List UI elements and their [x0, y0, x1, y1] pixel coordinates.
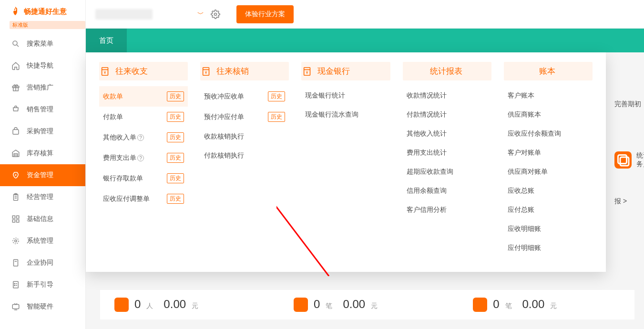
grid-icon	[11, 215, 20, 223]
menu-item-4-2[interactable]: 应收应付余额查询	[504, 124, 593, 143]
nav-item-7[interactable]: 经营管理	[0, 186, 85, 208]
history-tag[interactable]: 历史	[167, 112, 184, 122]
gear-icon[interactable]	[211, 10, 220, 19]
nav-item-3[interactable]: 销售管理	[0, 99, 85, 120]
history-tag[interactable]: 历史	[167, 194, 184, 204]
industry-plan-button[interactable]: 体验行业方案	[236, 5, 294, 23]
tab-bar: 首页	[86, 29, 644, 52]
menu-item-label: 付款情况统计	[407, 110, 447, 119]
menu-item-label: 客户账本	[508, 91, 534, 100]
menu-item-label: 应收应付调整单	[103, 195, 150, 203]
report-icon[interactable]	[614, 151, 632, 169]
svg-text:¥: ¥	[306, 70, 308, 74]
svg-rect-39	[620, 157, 629, 166]
nav-item-2[interactable]: 营销推广	[0, 77, 85, 99]
nav-item-11[interactable]: 新手引导	[0, 274, 85, 296]
menu-item-0-3[interactable]: 费用支出单?历史	[99, 148, 188, 168]
menu-item-0-4[interactable]: 银行存取款单历史	[99, 168, 188, 189]
history-tag[interactable]: 历史	[268, 91, 285, 101]
menu-item-3-4[interactable]: 超期应收款查询	[403, 162, 491, 181]
menu-item-4-8[interactable]: 应付明细账	[504, 239, 593, 258]
nav-item-10[interactable]: 企业协同	[0, 252, 85, 274]
nav-label: 经营管理	[27, 193, 53, 201]
menu-item-4-0[interactable]: 客户账本	[504, 86, 593, 105]
brand-logo-icon	[10, 6, 21, 17]
stat-value: 0	[314, 298, 320, 311]
menu-item-3-3[interactable]: 费用支出统计	[403, 143, 491, 162]
menu-item-label: 应付总账	[508, 206, 534, 214]
mega-col-2: ¥现金银行现金银行统计现金银行流水查询	[301, 62, 390, 258]
menu-item-1-2[interactable]: 收款核销执行	[200, 127, 289, 146]
nav-label: 库存核算	[27, 149, 53, 158]
help-icon[interactable]: ?	[137, 134, 144, 141]
nav-item-9[interactable]: 系统管理	[0, 230, 85, 252]
col-header-0: ¥往来收支	[99, 62, 188, 80]
menu-item-label: 应付明细账	[508, 244, 541, 252]
nav-item-8[interactable]: 基础信息	[0, 208, 85, 230]
menu-item-4-4[interactable]: 供应商对账单	[504, 162, 593, 181]
mega-col-4: 账本客户账本供应商账本应收应付余额查询客户对账单供应商对账单应收总账应付总账应收…	[504, 62, 593, 258]
menu-item-3-0[interactable]: 收款情况统计	[403, 86, 491, 105]
tab-0[interactable]: 首页	[86, 29, 127, 52]
svg-point-18	[13, 238, 19, 244]
clip-text-2: 统计表 务员)	[611, 142, 644, 178]
col-title: 账本	[539, 66, 555, 77]
menu-item-4-6[interactable]: 应付总账	[504, 200, 593, 219]
svg-rect-40	[618, 155, 627, 164]
col-title: 往来核销	[216, 66, 249, 77]
history-tag[interactable]: 历史	[167, 91, 184, 101]
svg-rect-22	[13, 281, 19, 288]
menu-item-3-5[interactable]: 信用余额查询	[403, 181, 491, 200]
warehouse-icon	[11, 149, 20, 158]
clipboard-icon	[11, 193, 20, 201]
menu-item-4-5[interactable]: 应收总账	[504, 181, 593, 200]
menu-item-label: 供应商账本	[508, 110, 541, 119]
menu-item-3-1[interactable]: 付款情况统计	[403, 105, 491, 124]
history-tag[interactable]: 历史	[268, 112, 285, 122]
stat-value2: 0.00	[522, 298, 545, 311]
menu-item-0-1[interactable]: 付款单历史	[99, 107, 188, 127]
menu-item-label: 银行存取款单	[103, 174, 143, 183]
svg-rect-6	[13, 130, 19, 134]
menu-item-1-0[interactable]: 预收冲应收单历史	[200, 86, 289, 107]
menu-item-0-5[interactable]: 应收应付调整单历史	[99, 189, 188, 209]
history-tag[interactable]: 历史	[167, 153, 184, 163]
history-tag[interactable]: 历史	[167, 132, 184, 142]
edition-badge: 标准版	[10, 21, 85, 29]
nav-item-4[interactable]: 采购管理	[0, 120, 85, 142]
clip-text-1: 完善期初	[611, 90, 644, 118]
stat-icon	[294, 298, 308, 312]
menu-item-label: 其他收入统计	[407, 130, 447, 138]
menu-item-4-7[interactable]: 应收明细账	[504, 219, 593, 239]
svg-point-25	[14, 285, 15, 286]
menu-item-3-6[interactable]: 客户信用分析	[403, 200, 491, 219]
history-tag[interactable]: 历史	[167, 173, 184, 183]
menu-item-1-3[interactable]: 付款核销执行	[200, 146, 289, 165]
nav-item-5[interactable]: 库存核算	[0, 142, 85, 164]
nav-item-0[interactable]: 搜索菜单	[0, 33, 85, 55]
nav-item-12[interactable]: 智能硬件	[0, 296, 85, 318]
stat-0: 0人 0.00元	[114, 298, 198, 312]
menu-item-2-0[interactable]: 现金银行统计	[301, 86, 390, 105]
menu-item-0-2[interactable]: 其他收入单?历史	[99, 127, 188, 148]
tv-icon	[11, 302, 20, 311]
dropdown-icon[interactable]: ﹀	[197, 10, 204, 19]
collab-icon	[11, 259, 20, 267]
menu-item-label: 收款单	[103, 92, 123, 101]
nav-label: 销售管理	[27, 105, 53, 114]
menu-item-4-3[interactable]: 客户对账单	[504, 143, 593, 162]
help-icon[interactable]: ?	[137, 155, 144, 161]
svg-text:¥: ¥	[15, 173, 17, 177]
menu-item-0-0[interactable]: 收款单历史	[99, 86, 188, 107]
nav-item-1[interactable]: 快捷导航	[0, 55, 85, 77]
menu-item-1-1[interactable]: 预付冲应付单历史	[200, 107, 289, 127]
menu-item-label: 超期应收款查询	[407, 168, 453, 176]
menu-item-3-2[interactable]: 其他收入统计	[403, 124, 491, 143]
menu-item-label: 费用支出单?	[103, 154, 144, 162]
menu-item-4-1[interactable]: 供应商账本	[504, 105, 593, 124]
menu-item-2-1[interactable]: 现金银行流水查询	[301, 105, 390, 124]
nav-label: 采购管理	[27, 127, 53, 136]
nav-item-6[interactable]: ¥资金管理	[0, 164, 85, 186]
nav-label: 快捷导航	[27, 61, 53, 70]
menu-item-label: 应收应付余额查询	[508, 130, 561, 138]
